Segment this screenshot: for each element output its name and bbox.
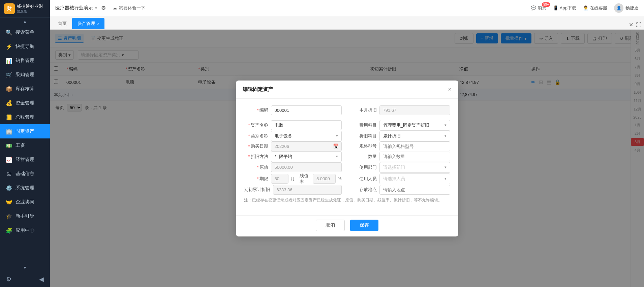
purchase-icon: 🛒	[6, 72, 12, 78]
month-dep-control	[379, 105, 450, 115]
asset-name-input[interactable]	[271, 120, 342, 130]
topbar-app-title: 医疗器械行业演示	[55, 5, 93, 11]
original-value-input[interactable]	[271, 162, 342, 172]
sidebar-logo: 财 畅捷通好业财 普及版	[0, 0, 50, 18]
chevron-down-icon: ▾	[444, 123, 447, 127]
sidebar-item-general[interactable]: 📒 总账管理	[0, 110, 50, 124]
form-item-quantity: 数量	[352, 151, 450, 162]
storage-location-input[interactable]	[379, 185, 450, 195]
topbar-gear-icon[interactable]: ⚙	[101, 5, 106, 11]
code-control	[271, 105, 342, 115]
dep-method-select[interactable]: 年限平均 ▾	[271, 151, 342, 162]
finance-icon: 💰	[6, 100, 12, 106]
sidebar-item-operations[interactable]: 📈 经营管理	[0, 153, 50, 167]
personnel-label: 使用人员	[352, 176, 377, 182]
modal-footer: 取消 保存	[236, 215, 458, 236]
sidebar-item-enterprise[interactable]: 🤝 企业协同	[0, 195, 50, 209]
initial-dep-input[interactable]	[273, 185, 342, 195]
code-input[interactable]	[271, 105, 342, 115]
sidebar-item-purchase[interactable]: 🛒 采购管理	[0, 68, 50, 82]
sidebar-item-guide[interactable]: 🎓 新手引导	[0, 209, 50, 223]
calendar-icon[interactable]: 📅	[330, 144, 341, 149]
dep-account-select[interactable]: 累计折旧 ▾	[379, 131, 450, 141]
basic-info-icon: 🗂	[6, 171, 12, 177]
sidebar-item-label: 快捷导航	[16, 43, 34, 50]
online-service-label: 在线客服	[590, 5, 607, 11]
dep-method-label: * 折旧方法	[244, 154, 268, 160]
payroll-icon: 💵	[6, 142, 12, 149]
message-badge: 99+	[542, 2, 550, 7]
logo-text-group: 畅捷通好业财 普及版	[17, 4, 43, 14]
sidebar-item-system[interactable]: ⚙️ 系统管理	[0, 181, 50, 195]
form-item-expense-account: 费用科目 管理费用_固定资产折旧 ▾	[352, 120, 450, 131]
online-service-button[interactable]: 👨‍💼 在线客服	[583, 5, 607, 11]
form-item-spec: 规格型号	[352, 141, 450, 151]
tab-expand-controls: ✕ ⛶	[629, 22, 641, 29]
sidebar-item-finance[interactable]: 💰 资金管理	[0, 96, 50, 110]
form-item-purchase-date: * 购买日期 📅	[244, 141, 342, 151]
purchase-date-input[interactable]	[271, 142, 330, 151]
period-unit: 月	[290, 176, 295, 182]
residual-rate-input[interactable]	[313, 174, 336, 184]
sidebar-item-payroll[interactable]: 💵 工资	[0, 138, 50, 153]
tab-close-icon[interactable]: ×	[97, 22, 99, 26]
sidebar-item-sales[interactable]: 📊 销售管理	[0, 54, 50, 68]
department-select[interactable]: 请选择部门 ▾	[379, 162, 450, 173]
save-button[interactable]: 保存	[350, 220, 378, 231]
spec-label: 规格型号	[352, 143, 377, 149]
message-button[interactable]: 💬 消息 99+	[531, 5, 546, 11]
spec-input[interactable]	[379, 141, 450, 151]
topbar-right: 💬 消息 99+ 📱 App下载 👨‍💼 在线客服 👤 畅捷通	[531, 3, 639, 13]
sidebar-item-label: 采购管理	[16, 72, 34, 78]
quantity-input[interactable]	[379, 152, 450, 161]
app-download-button[interactable]: 📱 App下载	[553, 5, 576, 11]
chevron-down-icon: ▾	[444, 177, 447, 181]
operations-icon: 📈	[6, 157, 12, 163]
sidebar-item-label: 固定资产	[16, 128, 34, 134]
sidebar-item-search[interactable]: 🔍 搜索菜单	[0, 25, 50, 39]
personnel-select[interactable]: 请选择人员 ▾	[379, 173, 450, 184]
sidebar-item-basic-info[interactable]: 🗂 基础信息	[0, 167, 50, 181]
settings-icon[interactable]: ⚙	[6, 276, 11, 283]
tab-asset-management[interactable]: 资产管理 ×	[72, 18, 104, 29]
tab-home[interactable]: 首页	[53, 18, 72, 29]
modal-header: 编辑固定资产 ×	[236, 81, 458, 99]
period-label: * 期限	[244, 176, 268, 182]
sidebar-item-quick-nav[interactable]: ⚡ 快捷导航	[0, 39, 50, 54]
sidebar-scroll-down[interactable]: ▼	[0, 264, 50, 272]
cancel-button[interactable]: 取消	[316, 220, 345, 231]
search-icon: 🔍	[6, 29, 12, 35]
original-value-control	[271, 162, 342, 172]
sidebar-item-label: 基础信息	[16, 171, 34, 177]
guide-icon: 🎓	[6, 213, 12, 219]
initial-dep-label: 期初累计折旧	[244, 187, 270, 193]
general-icon: 📒	[6, 114, 12, 120]
expand-window-icon[interactable]: ⛶	[636, 22, 641, 28]
sidebar-item-app-center[interactable]: 🧩 应用中心	[0, 223, 50, 237]
sidebar-settings[interactable]: ⚙ ◀	[0, 272, 50, 287]
sidebar-scroll-up[interactable]: ▲	[0, 18, 50, 25]
sidebar: 财 畅捷通好业财 普及版 ▲ 🔍 搜索菜单 ⚡ 快捷导航 📊 销售管理 🛒 采购…	[0, 0, 50, 287]
close-window-icon[interactable]: ✕	[629, 22, 633, 28]
modal-title: 编辑固定资产	[243, 86, 273, 93]
tabbar: 首页 资产管理 × ✕ ⛶	[50, 16, 644, 30]
modal-close-button[interactable]: ×	[448, 86, 452, 93]
period-input[interactable]	[271, 174, 288, 184]
month-dep-input[interactable]	[379, 105, 450, 115]
residual-rate-label: 残值率	[300, 173, 311, 185]
category-select-input[interactable]: 电子设备 ▾	[271, 131, 342, 141]
department-control: 请选择部门 ▾	[379, 162, 450, 173]
topbar-dropdown-arrow[interactable]: ▾	[95, 6, 97, 10]
sidebar-item-label: 企业协同	[16, 199, 34, 205]
form-item-dep-account: 折旧科目 累计折旧 ▾	[352, 131, 450, 141]
sidebar-item-inventory[interactable]: 📦 库存核算	[0, 82, 50, 96]
form-item-dep-method: * 折旧方法 年限平均 ▾	[244, 151, 342, 162]
initial-dep-control	[273, 185, 342, 195]
topbar-cloud-btn[interactable]: ☁ 我要体验一下	[113, 5, 145, 11]
expense-account-select[interactable]: 管理费用_固定资产折旧 ▾	[379, 120, 450, 131]
collapse-icon[interactable]: ◀	[39, 276, 44, 283]
sidebar-item-label: 销售管理	[16, 58, 34, 64]
user-profile[interactable]: 👤 畅捷通	[614, 3, 639, 13]
form-item-initial-dep: 期初累计折旧	[244, 185, 342, 195]
sidebar-item-fixed-assets[interactable]: 🏢 固定资产	[0, 124, 50, 138]
